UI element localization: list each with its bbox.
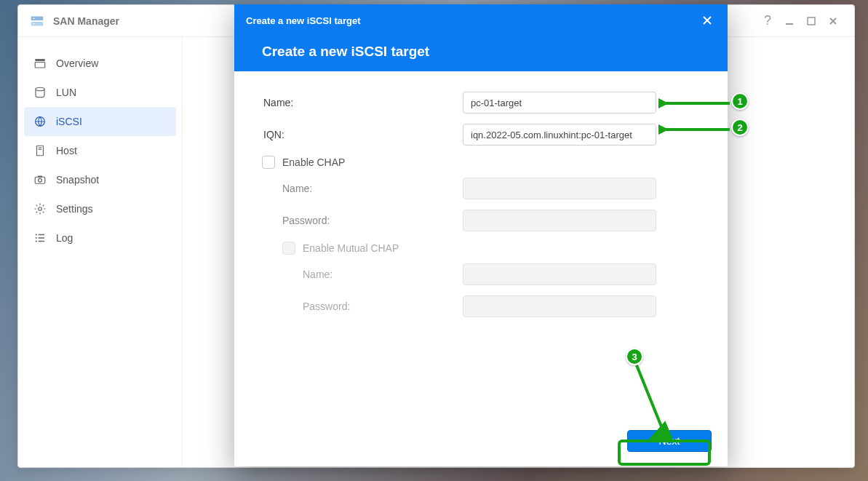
dialog-body: Name: IQN: Enable CHAP Name: Password: E… xyxy=(234,71,728,423)
sidebar-item-lun[interactable]: LUN xyxy=(24,78,176,107)
sidebar-item-label: Settings xyxy=(56,203,93,215)
dialog-small-title: Create a new iSCSI target xyxy=(246,15,361,26)
dialog-header: Create a new iSCSI target Create a new i… xyxy=(234,4,728,71)
globe-icon xyxy=(33,114,47,129)
name-input[interactable] xyxy=(463,92,656,114)
gear-icon xyxy=(33,202,47,216)
svg-rect-1 xyxy=(31,21,44,25)
enable-chap-row[interactable]: Enable CHAP xyxy=(262,156,700,169)
chap-password-input xyxy=(463,210,656,231)
svg-point-16 xyxy=(39,207,42,211)
svg-point-17 xyxy=(36,234,37,235)
enable-mutual-chap-row: Enable Mutual CHAP xyxy=(262,242,700,255)
sidebar-item-host[interactable]: Host xyxy=(24,136,176,165)
close-window-button[interactable] xyxy=(822,10,844,32)
sidebar-item-label: iSCSI xyxy=(56,116,82,127)
svg-point-8 xyxy=(36,87,44,91)
svg-rect-10 xyxy=(37,146,44,156)
sidebar-item-label: LUN xyxy=(56,87,76,98)
iqn-input[interactable] xyxy=(463,124,656,146)
sidebar-item-label: Snapshot xyxy=(56,174,99,186)
help-button[interactable]: ? xyxy=(757,10,779,32)
svg-rect-13 xyxy=(35,177,45,183)
dialog-big-title: Create a new iSCSI target xyxy=(262,44,716,60)
enable-chap-checkbox[interactable] xyxy=(262,156,275,169)
svg-rect-6 xyxy=(35,59,45,61)
sidebar-item-label: Log xyxy=(56,232,73,244)
sidebar-item-log[interactable]: Log xyxy=(24,223,176,253)
sidebar: Overview LUN iSCSI Host xyxy=(18,37,183,467)
dialog-footer: Next xyxy=(234,423,728,466)
mutual-name-label: Name: xyxy=(262,269,463,280)
svg-rect-7 xyxy=(35,63,45,68)
sidebar-item-settings[interactable]: Settings xyxy=(24,194,176,223)
mutual-password-label: Password: xyxy=(262,301,463,312)
chap-name-input xyxy=(463,178,656,199)
mutual-name-input xyxy=(463,263,656,285)
sidebar-item-label: Host xyxy=(56,145,77,156)
enable-mutual-chap-checkbox xyxy=(282,242,295,255)
svg-rect-11 xyxy=(39,148,42,148)
svg-point-18 xyxy=(36,237,37,239)
app-icon xyxy=(28,12,46,30)
disk-icon xyxy=(33,85,47,100)
host-icon xyxy=(33,143,47,158)
svg-rect-12 xyxy=(39,149,42,150)
svg-point-2 xyxy=(33,17,35,19)
sidebar-item-iscsi[interactable]: iSCSI xyxy=(24,107,176,136)
mutual-password-input xyxy=(463,295,656,317)
overview-icon xyxy=(33,56,47,71)
next-button[interactable]: Next xyxy=(627,430,712,452)
sidebar-item-snapshot[interactable]: Snapshot xyxy=(24,165,176,194)
svg-rect-15 xyxy=(38,175,42,177)
iqn-label: IQN: xyxy=(262,129,463,140)
enable-mutual-chap-label: Enable Mutual CHAP xyxy=(303,242,399,254)
svg-point-3 xyxy=(33,23,35,24)
list-icon xyxy=(33,231,47,245)
sidebar-item-overview[interactable]: Overview xyxy=(24,49,176,78)
chap-password-label: Password: xyxy=(262,215,463,226)
maximize-button[interactable] xyxy=(800,10,822,32)
chap-name-label: Name: xyxy=(262,183,463,194)
svg-rect-21 xyxy=(39,237,44,239)
camera-icon xyxy=(33,172,47,187)
svg-point-14 xyxy=(39,178,42,182)
name-label: Name: xyxy=(262,97,463,108)
sidebar-item-label: Overview xyxy=(56,57,98,69)
minimize-button[interactable] xyxy=(779,10,800,32)
enable-chap-label: Enable CHAP xyxy=(282,156,345,168)
svg-rect-22 xyxy=(39,241,44,242)
svg-rect-0 xyxy=(31,16,44,20)
svg-rect-5 xyxy=(808,17,815,25)
create-iscsi-target-dialog: Create a new iSCSI target Create a new i… xyxy=(234,4,728,466)
svg-rect-4 xyxy=(786,23,793,25)
svg-rect-20 xyxy=(39,234,44,236)
close-dialog-button[interactable] xyxy=(698,12,716,29)
svg-point-19 xyxy=(36,240,37,242)
